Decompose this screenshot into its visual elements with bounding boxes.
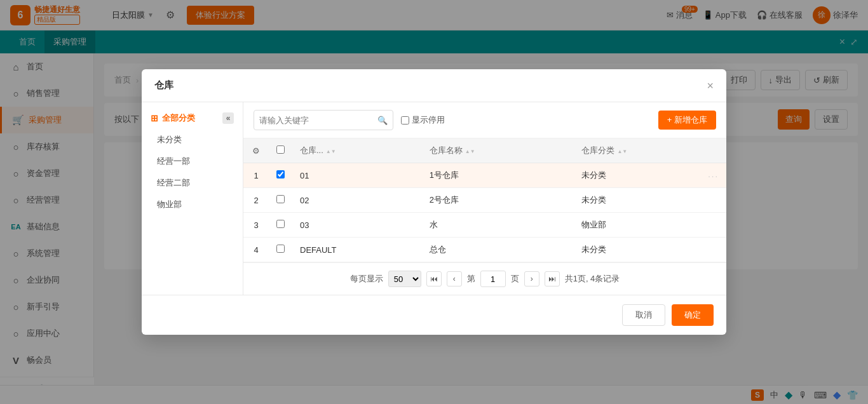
- table-panel: 🔍 显示停用 + 新增仓库 ⚙: [243, 102, 726, 295]
- table-toolbar: 🔍 显示停用 + 新增仓库: [243, 102, 726, 138]
- row-num: 4: [243, 238, 269, 262]
- table-row[interactable]: 2 02 2号仓库 未分类: [243, 188, 726, 213]
- row-name: 1号仓库: [422, 163, 574, 188]
- row-code: 03: [292, 213, 422, 238]
- row-code: 01: [292, 163, 422, 188]
- grid-icon: ⊞: [151, 113, 158, 123]
- modal-footer: 取消 确定: [142, 295, 726, 335]
- row-code: 02: [292, 188, 422, 213]
- th-name: 仓库名称▲▼: [422, 138, 574, 163]
- modal-header: 仓库 ×: [142, 69, 726, 102]
- th-settings: ⚙: [243, 138, 269, 163]
- last-page-btn[interactable]: ⏭: [545, 271, 560, 286]
- sort-name-icon: ▲▼: [465, 149, 475, 154]
- page-number-input[interactable]: [480, 271, 506, 287]
- category-item-ops1[interactable]: 经营一部: [142, 151, 243, 172]
- row-name: 总仓: [422, 238, 574, 262]
- all-categories-header[interactable]: ⊞ 全部分类 «: [142, 107, 243, 129]
- table-row[interactable]: 3 03 水 物业部: [243, 213, 726, 238]
- modal-title: 仓库: [154, 79, 173, 91]
- pagination: 每页显示 50 20 100 ⏮ ‹ 第 页 › ⏭ 共1页, 4条记录: [243, 262, 726, 295]
- category-item-unclassified[interactable]: 未分类: [142, 129, 243, 151]
- cancel-btn[interactable]: 取消: [622, 304, 665, 326]
- page-label: 第: [467, 273, 475, 285]
- per-page-label: 每页显示: [350, 273, 383, 285]
- per-page-select[interactable]: 50 20 100: [388, 271, 421, 287]
- modal-body: ⊞ 全部分类 « 未分类 经营一部 经营二部 物业部 🔍: [142, 102, 726, 295]
- show-disabled-checkbox[interactable]: [401, 116, 409, 125]
- modal-close-btn[interactable]: ×: [707, 80, 714, 91]
- select-all-checkbox[interactable]: [276, 145, 285, 154]
- next-page-btn[interactable]: ›: [524, 271, 539, 286]
- row-actions[interactable]: ...: [708, 170, 719, 179]
- category-item-ops2[interactable]: 经营二部: [142, 172, 243, 194]
- search-input[interactable]: [259, 116, 377, 125]
- category-panel: ⊞ 全部分类 « 未分类 经营一部 经营二部 物业部: [142, 102, 243, 295]
- th-code: 仓库...▲▼: [292, 138, 422, 163]
- search-icon: 🔍: [377, 116, 388, 125]
- warehouse-table: ⚙ 仓库...▲▼ 仓库名称▲▼: [243, 138, 726, 262]
- page-unit: 页: [511, 273, 519, 285]
- row-name: 2号仓库: [422, 188, 574, 213]
- warehouse-modal: 仓库 × ⊞ 全部分类 « 未分类 经营一部 经营二部 物业部: [142, 69, 726, 335]
- category-item-property[interactable]: 物业部: [142, 194, 243, 215]
- table-row[interactable]: 1 01 1号仓库 未分类...: [243, 163, 726, 188]
- row-num: 3: [243, 213, 269, 238]
- row-category: 物业部: [574, 213, 726, 238]
- show-disabled-label: 显示停用: [412, 114, 445, 126]
- confirm-btn[interactable]: 确定: [672, 304, 714, 326]
- search-box: 🔍: [254, 110, 393, 130]
- first-page-btn[interactable]: ⏮: [426, 271, 442, 286]
- sort-code-icon: ▲▼: [326, 149, 336, 154]
- table-row[interactable]: 4 DEFAULT 总仓 未分类: [243, 238, 726, 262]
- all-categories-label: 全部分类: [162, 112, 195, 124]
- row-checkbox[interactable]: [269, 238, 292, 262]
- add-warehouse-btn[interactable]: + 新增仓库: [658, 111, 716, 130]
- row-category: 未分类...: [574, 163, 726, 188]
- row-checkbox[interactable]: [269, 163, 292, 188]
- row-checkbox[interactable]: [269, 213, 292, 238]
- row-num: 2: [243, 188, 269, 213]
- modal-overlay: 仓库 × ⊞ 全部分类 « 未分类 经营一部 经营二部 物业部: [0, 0, 868, 404]
- row-category: 未分类: [574, 238, 726, 262]
- row-num: 1: [243, 163, 269, 188]
- prev-page-btn[interactable]: ‹: [447, 271, 462, 286]
- row-name: 水: [422, 213, 574, 238]
- row-checkbox[interactable]: [269, 188, 292, 213]
- table-scroll-area: ⚙ 仓库...▲▼ 仓库名称▲▼: [243, 138, 726, 262]
- row-category: 未分类: [574, 188, 726, 213]
- gear-icon: ⚙: [252, 146, 260, 156]
- th-checkbox: [269, 138, 292, 163]
- sort-cat-icon: ▲▼: [617, 149, 627, 154]
- th-category: 仓库分类▲▼: [574, 138, 726, 163]
- total-info: 共1页, 4条记录: [565, 273, 620, 285]
- row-code: DEFAULT: [292, 238, 422, 262]
- show-disabled-checkbox-label: 显示停用: [401, 114, 445, 126]
- collapse-btn[interactable]: «: [222, 112, 234, 124]
